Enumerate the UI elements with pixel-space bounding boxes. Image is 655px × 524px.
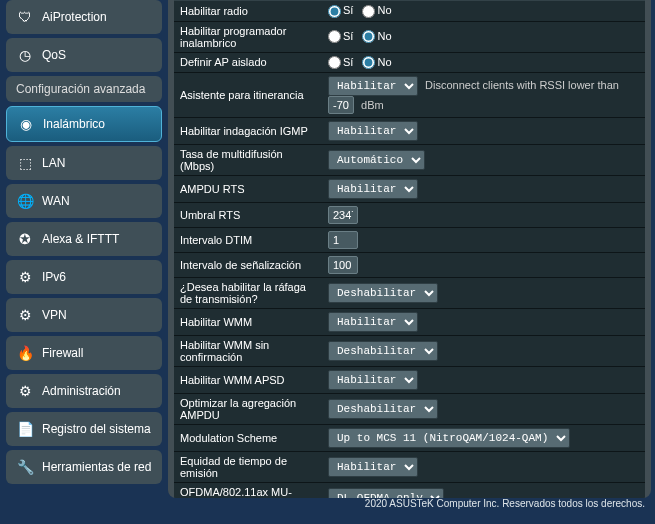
row-igmp: Habilitar indagación IGMP Habilitar [174, 118, 645, 145]
radio-si[interactable]: Sí [328, 30, 353, 42]
setting-label: Habilitar WMM [174, 309, 322, 336]
modulation-select[interactable]: Up to MCS 11 (NitroQAM/1024-QAM) [328, 428, 570, 448]
txburst-select[interactable]: Deshabilitar [328, 283, 438, 303]
row-wireless-scheduler: Habilitar programador inalambrico Sí No [174, 21, 645, 52]
sidebar-item-nettools[interactable]: 🔧 Herramientas de red [6, 450, 162, 484]
setting-label: Habilitar radio [174, 1, 322, 22]
setting-label: Modulation Scheme [174, 425, 322, 452]
row-beacon: Intervalo de señalización [174, 253, 645, 278]
igmp-select[interactable]: Habilitar [328, 121, 418, 141]
sidebar-item-label: Herramientas de red [42, 460, 151, 474]
roaming-unit: dBm [361, 99, 384, 111]
sidebar-item-label: QoS [42, 48, 66, 62]
setting-label: Equidad de tiempo de emisión [174, 452, 322, 483]
radio-si[interactable]: Sí [328, 56, 353, 68]
sidebar-item-label: VPN [42, 308, 67, 322]
setting-label: Habilitar indagación IGMP [174, 118, 322, 145]
setting-label: OFDMA/802.11ax MU-MIMO [174, 483, 322, 498]
sidebar-item-label: Registro del sistema [42, 422, 151, 436]
main-content: Habilitar radio Sí No Habilitar programa… [168, 0, 651, 498]
lan-icon: ⬚ [16, 154, 34, 172]
dtim-input[interactable] [328, 231, 358, 249]
ampdu-opt-select[interactable]: Deshabilitar [328, 399, 438, 419]
copyright-text: 2020 ASUSTeK Computer Inc. Reservados to… [0, 498, 655, 513]
row-tx-burst: ¿Desea habilitar la ráfaga de transmisió… [174, 278, 645, 309]
setting-label: ¿Desea habilitar la ráfaga de transmisió… [174, 278, 322, 309]
sidebar-item-label: Administración [42, 384, 121, 398]
row-wmm-apsd: Habilitar WMM APSD Habilitar [174, 367, 645, 394]
row-dtim: Intervalo DTIM [174, 228, 645, 253]
roaming-hint: Disconnect clients with RSSI lower than [425, 79, 619, 91]
shield-icon: 🛡 [16, 8, 34, 26]
sidebar-item-lan[interactable]: ⬚ LAN [6, 146, 162, 180]
setting-label: Habilitar programador inalambrico [174, 21, 322, 52]
setting-label: AMPDU RTS [174, 176, 322, 203]
wmm-noack-select[interactable]: Deshabilitar [328, 341, 438, 361]
sidebar-item-ipv6[interactable]: ⚙ IPv6 [6, 260, 162, 294]
airtime-select[interactable]: Habilitar [328, 457, 418, 477]
vpn-icon: ⚙ [16, 306, 34, 324]
sidebar: 🛡 AiProtection ◷ QoS Configuración avanz… [4, 0, 164, 498]
sidebar-item-firewall[interactable]: 🔥 Firewall [6, 336, 162, 370]
setting-label: Definir AP aislado [174, 52, 322, 73]
alexa-icon: ✪ [16, 230, 34, 248]
sidebar-item-aiprotection[interactable]: 🛡 AiProtection [6, 0, 162, 34]
sidebar-item-label: Inalámbrico [43, 117, 105, 131]
row-enable-radio: Habilitar radio Sí No [174, 1, 645, 22]
firewall-icon: 🔥 [16, 344, 34, 362]
row-modulation: Modulation Scheme Up to MCS 11 (NitroQAM… [174, 425, 645, 452]
setting-label: Asistente para itinerancia [174, 73, 322, 118]
wmm-select[interactable]: Habilitar [328, 312, 418, 332]
beacon-input[interactable] [328, 256, 358, 274]
ipv6-icon: ⚙ [16, 268, 34, 286]
roaming-select[interactable]: Habilitar [328, 76, 418, 96]
rts-threshold-input[interactable] [328, 206, 358, 224]
gear-icon: ⚙ [16, 382, 34, 400]
sidebar-item-label: LAN [42, 156, 65, 170]
globe-icon: 🌐 [16, 192, 34, 210]
row-ampdu-optimize: Optimizar la agregación AMPDU Deshabilit… [174, 394, 645, 425]
sidebar-item-alexa[interactable]: ✪ Alexa & IFTTT [6, 222, 162, 256]
row-rts-threshold: Umbral RTS [174, 203, 645, 228]
setting-label: Umbral RTS [174, 203, 322, 228]
sidebar-group-advanced: Configuración avanzada [6, 76, 162, 102]
multicast-select[interactable]: Automático [328, 150, 425, 170]
sidebar-item-wan[interactable]: 🌐 WAN [6, 184, 162, 218]
sidebar-item-label: IPv6 [42, 270, 66, 284]
sidebar-item-qos[interactable]: ◷ QoS [6, 38, 162, 72]
setting-label: Habilitar WMM sin confirmación [174, 336, 322, 367]
wrench-icon: 🔧 [16, 458, 34, 476]
radio-no[interactable]: No [362, 4, 391, 16]
gauge-icon: ◷ [16, 46, 34, 64]
settings-table: Habilitar radio Sí No Habilitar programa… [174, 0, 645, 498]
radio-si[interactable]: Sí [328, 4, 353, 16]
sidebar-item-label: WAN [42, 194, 70, 208]
setting-label: Habilitar WMM APSD [174, 367, 322, 394]
radio-no[interactable]: No [362, 56, 391, 68]
row-airtime: Equidad de tiempo de emisión Habilitar [174, 452, 645, 483]
sidebar-item-label: Firewall [42, 346, 83, 360]
sidebar-item-admin[interactable]: ⚙ Administración [6, 374, 162, 408]
setting-label: Intervalo de señalización [174, 253, 322, 278]
row-ampdu-rts: AMPDU RTS Habilitar [174, 176, 645, 203]
row-multicast-rate: Tasa de multidifusión (Mbps) Automático [174, 145, 645, 176]
wmm-apsd-select[interactable]: Habilitar [328, 370, 418, 390]
log-icon: 📄 [16, 420, 34, 438]
sidebar-item-vpn[interactable]: ⚙ VPN [6, 298, 162, 332]
radio-no[interactable]: No [362, 30, 391, 42]
setting-label: Tasa de multidifusión (Mbps) [174, 145, 322, 176]
sidebar-item-wireless[interactable]: ◉ Inalámbrico [6, 106, 162, 142]
row-wmm: Habilitar WMM Habilitar [174, 309, 645, 336]
row-ap-isolated: Definir AP aislado Sí No [174, 52, 645, 73]
ofdma-select[interactable]: DL OFDMA only [328, 488, 444, 498]
sidebar-item-label: Alexa & IFTTT [42, 232, 119, 246]
rssi-input[interactable] [328, 96, 354, 114]
row-ofdma: OFDMA/802.11ax MU-MIMO DL OFDMA only [174, 483, 645, 498]
setting-label: Intervalo DTIM [174, 228, 322, 253]
ampdu-rts-select[interactable]: Habilitar [328, 179, 418, 199]
row-roaming-assistant: Asistente para itinerancia Habilitar Dis… [174, 73, 645, 118]
sidebar-item-label: AiProtection [42, 10, 107, 24]
setting-label: Optimizar la agregación AMPDU [174, 394, 322, 425]
sidebar-item-syslog[interactable]: 📄 Registro del sistema [6, 412, 162, 446]
row-wmm-noack: Habilitar WMM sin confirmación Deshabili… [174, 336, 645, 367]
